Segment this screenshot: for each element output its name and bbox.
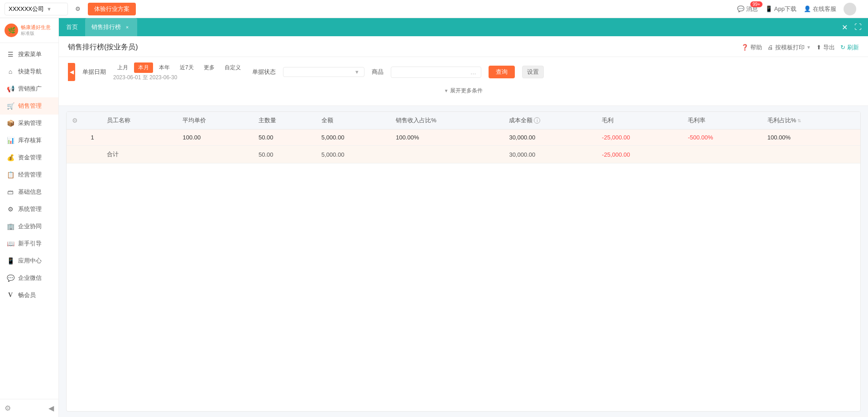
date-tab-this-month[interactable]: 本月 <box>134 62 153 73</box>
app-download-button[interactable]: 📱 App下载 <box>765 5 796 13</box>
refresh-icon: ↻ <box>840 44 845 51</box>
sidebar-label-search-order: 搜索菜单 <box>18 50 42 58</box>
sidebar-item-guide[interactable]: 📖 新手引导 <box>0 235 58 252</box>
marketing-icon: 📢 <box>6 85 14 93</box>
cell-gross-rate: -500.00% <box>682 129 762 146</box>
cell-gross-pct: 100.00% <box>762 129 860 146</box>
tab-bar-right: ✕ ⛶ <box>839 22 868 33</box>
tab-sales-rank-label: 销售排行榜 <box>91 23 121 31</box>
sidebar-item-inventory[interactable]: 📊 库存核算 <box>0 132 58 149</box>
cell-main-qty: 50.00 <box>253 129 316 146</box>
sidebar-label-member: 畅会员 <box>18 291 36 299</box>
sidebar-settings-button[interactable]: ⚙ <box>5 404 11 412</box>
tab-maximize-icon[interactable]: ⛶ <box>853 22 863 33</box>
sidebar-nav: ☰ 搜索菜单 ⌂ 快捷导航 📢 营销推广 🛒 销售管理 📦 采购管理 <box>0 43 58 399</box>
sidebar-label-quick-nav: 快捷导航 <box>18 67 42 76</box>
goods-filter-input[interactable]: … <box>391 67 481 78</box>
cell-rank: 1 <box>83 129 101 146</box>
data-table: ⚙ 员工名称 平均单价 <box>67 112 860 163</box>
sidebar-item-system[interactable]: ⚙ 系统管理 <box>0 201 58 218</box>
th-rank <box>83 112 101 129</box>
th-sales-pct-label: 销售收入占比% <box>396 117 436 124</box>
sidebar-collapse-button[interactable]: ◀ <box>48 404 54 412</box>
guide-icon: 📖 <box>6 240 14 248</box>
help-label: 帮助 <box>750 43 762 52</box>
th-gross-pct: 毛利占比% ⇅ <box>762 112 860 129</box>
th-cost: 成本全额 i <box>504 112 596 129</box>
sidebar-item-member[interactable]: V 畅会员 <box>0 287 58 304</box>
tab-home[interactable]: 首页 <box>59 18 85 36</box>
company-selector[interactable]: XXXXXX公司 ▼ <box>5 3 68 15</box>
cost-info-icon[interactable]: i <box>534 117 540 124</box>
filter-row: ◀ 单据日期 上月 本月 本年 近7天 更多 自定义 <box>68 62 859 81</box>
date-tab-more[interactable]: 更多 <box>200 62 219 73</box>
message-icon: 💬 <box>737 5 744 12</box>
sidebar-item-quick-nav[interactable]: ⌂ 快捷导航 <box>0 63 58 80</box>
date-tab-prev-month[interactable]: 上月 <box>113 62 132 73</box>
online-service-button[interactable]: 👤 在线客服 <box>804 5 836 13</box>
user-avatar[interactable] <box>844 3 856 15</box>
app-download-label: App下载 <box>774 5 796 13</box>
sidebar-item-app-center[interactable]: 📱 应用中心 <box>0 252 58 269</box>
footer-amount: 5,000.00 <box>316 146 390 163</box>
sidebar-item-finance[interactable]: 💰 资金管理 <box>0 149 58 166</box>
refresh-button[interactable]: ↻ 刷新 <box>840 43 859 52</box>
logo-text-container: 畅康通好生意 标准版 <box>21 24 51 37</box>
th-cost-label: 成本全额 <box>509 116 532 125</box>
app-download-icon: 📱 <box>765 5 772 12</box>
settings-icon-btn[interactable]: ⚙ <box>72 3 84 15</box>
sidebar-item-sales[interactable]: 🛒 销售管理 <box>0 97 58 115</box>
tab-close-window-icon[interactable]: ✕ <box>839 22 850 33</box>
tab-sales-rank[interactable]: 销售排行榜 × <box>85 18 137 36</box>
date-tab-7days[interactable]: 近7天 <box>176 62 198 73</box>
date-tabs: 上月 本月 本年 近7天 更多 自定义 <box>113 62 245 73</box>
tab-close-icon[interactable]: × <box>124 24 131 31</box>
expand-filter-button[interactable]: ▼ 展开更多条件 <box>444 84 483 97</box>
sidebar-item-enterprise[interactable]: 🏢 企业协同 <box>0 218 58 235</box>
gross-pct-sort-icon[interactable]: ⇅ <box>797 118 801 123</box>
query-button[interactable]: 查询 <box>489 66 515 78</box>
th-avg-price: 平均单价 <box>177 112 253 129</box>
sidebar-label-inventory: 库存核算 <box>18 136 42 144</box>
sidebar-label-app-center: 应用中心 <box>18 257 42 265</box>
trial-button[interactable]: 体验行业方案 <box>88 3 136 15</box>
goods-more-btn[interactable]: … <box>470 69 476 76</box>
th-gross-rate: 毛利率 <box>682 112 762 129</box>
filter-settings-button[interactable]: 设置 <box>522 66 544 78</box>
sidebar-label-marketing: 营销推广 <box>18 85 42 93</box>
sidebar-item-search-order[interactable]: ☰ 搜索菜单 <box>0 46 58 63</box>
purchase-icon: 📦 <box>6 119 14 127</box>
footer-sales-pct <box>390 146 504 163</box>
date-tab-custom[interactable]: 自定义 <box>221 62 245 73</box>
help-button[interactable]: ❓ 帮助 <box>741 43 762 52</box>
export-button[interactable]: ⬆ 导出 <box>816 43 835 52</box>
sidebar-label-system: 系统管理 <box>18 205 42 213</box>
th-main-qty-label: 主数量 <box>259 117 276 124</box>
operations-icon: 📋 <box>6 171 14 179</box>
logo-text: 畅康通好生意 <box>21 24 51 30</box>
sidebar-item-marketing[interactable]: 📢 营销推广 <box>0 80 58 97</box>
template-print-button[interactable]: 🖨 按模板打印 ▼ <box>767 43 811 52</box>
table-body: 1 100.00 50.00 5,000.00 100.00% 30,000.0… <box>67 129 860 146</box>
sidebar-item-purchase[interactable]: 📦 采购管理 <box>0 115 58 132</box>
status-filter-select[interactable]: ▼ <box>283 67 364 77</box>
footer-rank-cell <box>83 146 101 163</box>
page-header: 销售排行榜(按业务员) ❓ 帮助 🖨 按模板打印 ▼ ⬆ <box>59 36 868 57</box>
sidebar-item-base-info[interactable]: 🗃 基础信息 <box>0 183 58 201</box>
export-label: 导出 <box>823 43 835 52</box>
sidebar-footer: ⚙ ◀ <box>0 399 58 417</box>
date-tab-this-year[interactable]: 本年 <box>155 62 174 73</box>
column-settings-icon[interactable]: ⚙ <box>72 117 78 124</box>
cell-gross: -25,000.00 <box>596 129 682 146</box>
inventory-icon: 📊 <box>6 136 14 144</box>
refresh-label: 刷新 <box>847 43 859 52</box>
table-header: ⚙ 员工名称 平均单价 <box>67 112 860 129</box>
message-button[interactable]: 💬 消息 99+ <box>737 5 758 13</box>
sidebar-item-operations[interactable]: 📋 经营管理 <box>0 166 58 183</box>
company-name: XXXXXX公司 <box>9 5 44 13</box>
sidebar-item-wechat[interactable]: 💬 企业微信 <box>0 269 58 287</box>
footer-gross: -25,000.00 <box>596 146 682 163</box>
filter-collapse-btn[interactable]: ◀ <box>68 63 75 81</box>
template-print-label: 按模板打印 <box>775 43 805 52</box>
system-icon: ⚙ <box>6 205 14 213</box>
